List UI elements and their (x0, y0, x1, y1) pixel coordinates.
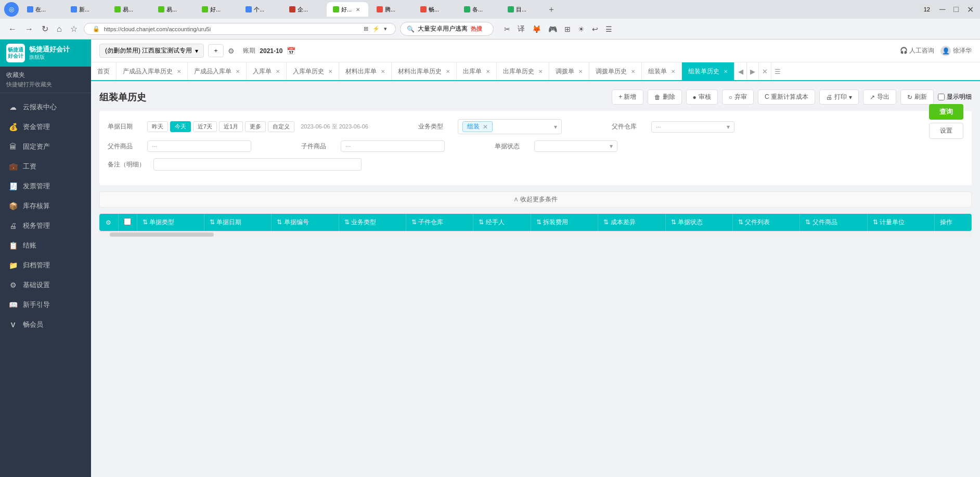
table-col-date[interactable]: ⇅ 单据日期 (204, 214, 271, 231)
table-col-unit[interactable]: ⇅ 计量单位 (867, 214, 934, 231)
tab-material-outbound[interactable]: 材料出库单 ✕ (339, 62, 392, 81)
browser-tab-5[interactable]: 好... (196, 2, 237, 17)
table-settings-icon[interactable]: ⚙ (106, 219, 111, 226)
select-all-checkbox[interactable] (124, 218, 131, 225)
sidebar-item-cloud-report[interactable]: ☁ 云报表中心 (0, 97, 91, 117)
table-col-checkbox[interactable] (118, 214, 137, 231)
maximize-button[interactable]: □ (951, 3, 961, 16)
date-btn-yesterday[interactable]: 昨天 (147, 121, 168, 132)
tab-transfer-history[interactable]: 调拨单历史 ✕ (589, 62, 642, 81)
sidebar-item-invoice[interactable]: 🧾 发票管理 (0, 176, 91, 196)
query-button[interactable]: 查询 (929, 104, 963, 120)
date-btn-7days[interactable]: 近7天 (193, 121, 217, 132)
table-col-settings[interactable]: ⚙ (99, 214, 118, 231)
tab-close-transfer-history[interactable]: ✕ (631, 69, 635, 74)
sidebar-item-tax[interactable]: 🖨 税务管理 (0, 216, 91, 236)
abandon-button[interactable]: ○ 弃审 (722, 89, 754, 105)
tab-close-assembly-history[interactable]: ✕ (724, 69, 728, 74)
table-col-parent-goods[interactable]: ⇅ 父件商品 (800, 214, 867, 231)
tab-close-outbound-history[interactable]: ✕ (538, 69, 543, 74)
table-col-parent-list[interactable]: ⇅ 父件列表 (733, 214, 800, 231)
business-type-filter[interactable]: 组装 ✕ ▾ (458, 119, 562, 134)
tab-close-outbound[interactable]: ✕ (486, 69, 490, 74)
reload-button[interactable]: ↻ (40, 22, 50, 36)
tab-prev-button[interactable]: ◀ (734, 62, 746, 81)
sidebar-item-guide[interactable]: 📖 新手引导 (0, 295, 91, 315)
game-icon[interactable]: 🎮 (546, 22, 559, 36)
table-col-child-warehouse[interactable]: ⇅ 子件仓库 (406, 214, 473, 231)
undo-icon[interactable]: ↩ (590, 22, 600, 36)
consult-label[interactable]: 🎧 人工咨询 (900, 46, 934, 55)
extension-icon[interactable]: 🦊 (530, 22, 543, 36)
parent-warehouse-more-btn[interactable]: ··· (656, 123, 661, 131)
tab-close-inbound-history[interactable]: ✕ (328, 69, 332, 74)
export-button[interactable]: ↗ 导出 (863, 89, 896, 105)
star-button[interactable]: ☆ (68, 22, 80, 36)
browser-tab-7[interactable]: 企... (283, 2, 325, 17)
show-detail-checkbox-label[interactable]: 显示明细 (938, 93, 972, 101)
scissors-icon[interactable]: ✂ (502, 22, 512, 36)
sidebar-item-funds[interactable]: 💰 资金管理 (0, 117, 91, 137)
parent-goods-more-btn[interactable]: ··· (152, 143, 157, 150)
apps-icon[interactable]: ⊞ (562, 22, 573, 36)
address-bar[interactable]: 🔒 https://cloud.chanjet.com/accounting/u… (84, 23, 396, 35)
tab-next-button[interactable]: ▶ (746, 62, 758, 81)
translate-icon[interactable]: 译 (515, 22, 527, 36)
tab-close-inbound[interactable]: ✕ (276, 69, 280, 74)
recalculate-button[interactable]: C 重新计算成本 (758, 89, 815, 105)
parent-warehouse-filter[interactable]: ··· ▾ (651, 121, 734, 133)
add-company-button[interactable]: ＋ (208, 44, 224, 57)
menu-icon[interactable]: ☰ (603, 22, 614, 36)
tab-transfer[interactable]: 调拨单 ✕ (549, 62, 589, 81)
tab-more-button[interactable]: ☰ (771, 62, 784, 81)
table-col-handler[interactable]: ⇅ 经手人 (473, 214, 531, 231)
print-button[interactable]: 🖨 打印 ▾ (819, 89, 859, 105)
sidebar-item-settings[interactable]: ⚙ 基础设置 (0, 275, 91, 295)
collapse-bar[interactable]: ∧ 收起更多条件 (99, 191, 972, 208)
scrollbar-thumb[interactable] (110, 233, 214, 237)
table-col-cost-diff[interactable]: ⇅ 成本差异 (598, 214, 665, 231)
child-goods-filter[interactable]: ··· (341, 140, 445, 152)
company-selector[interactable]: (勿删勿禁用) 江西服宝测试专用 ▾ (99, 44, 204, 58)
horizontal-scrollbar[interactable] (99, 231, 972, 237)
tab-close-8[interactable]: ✕ (356, 7, 360, 12)
tab-close-finished-goods[interactable]: ✕ (236, 69, 240, 74)
home-button[interactable]: ⌂ (55, 22, 64, 36)
tab-outbound[interactable]: 出库单 ✕ (457, 62, 497, 81)
tab-home[interactable]: 首页 (91, 62, 117, 81)
tab-assembly[interactable]: 组装单 ✕ (642, 62, 682, 81)
show-detail-checkbox[interactable] (938, 94, 945, 100)
tab-assembly-history[interactable]: 组装单历史 ✕ (682, 62, 734, 81)
search-bar[interactable]: 🔍 大量安卓用户逃离 热搜 (400, 22, 494, 36)
browser-tab-12[interactable]: 目... (501, 2, 543, 17)
browser-tab-8[interactable]: 好... ✕ (327, 2, 368, 17)
sidebar-item-member[interactable]: V 畅会员 (0, 315, 91, 334)
back-button[interactable]: ← (6, 22, 19, 36)
tab-close-all-button[interactable]: ✕ (758, 62, 771, 81)
tab-outbound-history[interactable]: 出库单历史 ✕ (497, 62, 549, 81)
new-button[interactable]: + 新增 (612, 89, 643, 105)
child-goods-more-btn[interactable]: ··· (345, 143, 351, 150)
tab-inbound[interactable]: 入库单 ✕ (247, 62, 287, 81)
forward-button[interactable]: → (23, 22, 35, 36)
remark-input[interactable] (153, 158, 362, 171)
audit-button[interactable]: ● 审核 (686, 89, 718, 105)
browser-tab-10[interactable]: 畅... (414, 2, 456, 17)
date-btn-custom[interactable]: 自定义 (268, 121, 294, 132)
sidebar-favorites[interactable]: 收藏夹 快捷键打开收藏夹 (0, 67, 91, 93)
order-status-filter[interactable]: ▾ (534, 140, 617, 152)
new-tab-button[interactable]: ＋ (545, 2, 558, 17)
tab-material-outbound-history[interactable]: 材料出库单历史 ✕ (392, 62, 457, 81)
tab-close-material-outbound[interactable]: ✕ (381, 69, 385, 74)
minimize-button[interactable]: ─ (937, 3, 947, 16)
filter-settings-button[interactable]: 设置 (929, 123, 963, 139)
calendar-icon[interactable]: 📅 (287, 47, 295, 55)
sidebar-item-inventory[interactable]: 📦 库存核算 (0, 196, 91, 216)
browser-tab-9[interactable]: 腾... (370, 2, 412, 17)
browser-tab-3[interactable]: 易... (108, 2, 150, 17)
date-btn-more[interactable]: 更多 (245, 121, 266, 132)
browser-tab-1[interactable]: 在... (21, 2, 62, 17)
table-col-disassembly-cost[interactable]: ⇅ 拆装费用 (531, 214, 598, 231)
sidebar-item-closing[interactable]: 📋 结账 (0, 236, 91, 255)
gear-settings-icon[interactable]: ⚙ (228, 47, 235, 55)
